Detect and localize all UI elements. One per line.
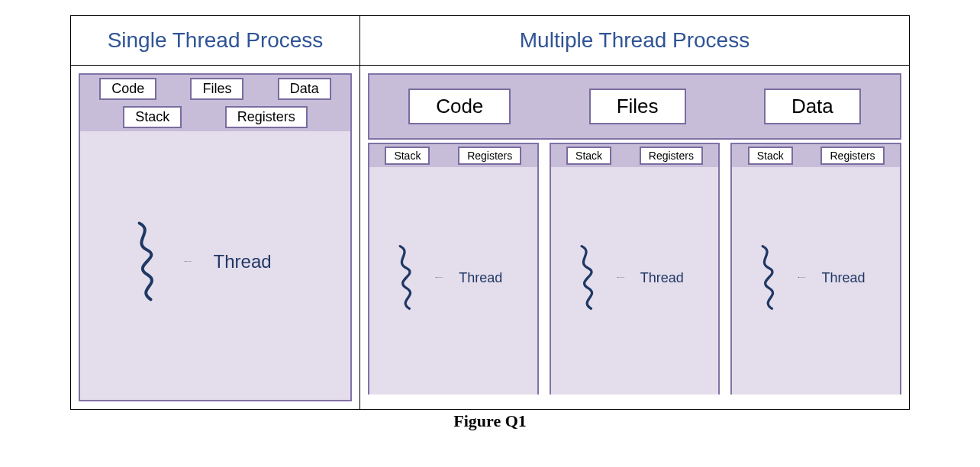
chip-files-multi: Files (589, 89, 686, 124)
figure-caption: Figure Q1 (70, 411, 910, 431)
mt2-label: Thread (640, 269, 684, 285)
single-thread-block: Thread (131, 220, 272, 304)
mt2-band: Stack Registers (551, 144, 719, 167)
mt1-registers: Registers (458, 147, 521, 165)
svg-marker-3 (435, 277, 437, 279)
mt3-area: Thread (732, 167, 900, 395)
chip-code-multi: Code (408, 89, 511, 124)
single-thread-label: Thread (214, 251, 272, 272)
arrow-left-icon (425, 277, 453, 279)
arrow-left-icon (788, 277, 815, 279)
mt1-stack: Stack (385, 147, 430, 165)
mt3-block: Thread (756, 243, 865, 312)
thread-squiggle-icon (575, 243, 601, 312)
svg-marker-1 (185, 261, 186, 262)
multi-thread-col-3: Stack Registers Thread (730, 143, 901, 395)
mt2-area: Thread (551, 167, 719, 395)
single-shared-band-1: Code Files Data (80, 75, 350, 103)
chip-data: Data (278, 78, 331, 100)
multi-thread-col-1: Stack Registers Thread (368, 143, 539, 395)
mt2-registers: Registers (640, 147, 703, 165)
body-row: Code Files Data Stack Registers (70, 66, 910, 410)
multi-shared-band: Code Files Data (368, 73, 901, 140)
svg-marker-7 (798, 277, 799, 279)
arrow-left-icon (607, 277, 634, 279)
arrow-left-icon (169, 261, 208, 262)
chip-registers: Registers (225, 106, 308, 128)
mt3-stack: Stack (748, 147, 793, 165)
single-process-card: Code Files Data Stack Registers (79, 73, 352, 401)
thread-squiggle-icon (393, 243, 419, 312)
multi-thread-col-2: Stack Registers Thread (550, 143, 720, 395)
svg-marker-5 (617, 277, 618, 279)
mt3-registers: Registers (820, 147, 884, 165)
mt1-area: Thread (369, 167, 537, 395)
chip-files: Files (190, 78, 243, 100)
chip-stack: Stack (123, 106, 182, 128)
mt1-label: Thread (459, 269, 502, 285)
multi-thread-body: Code Files Data Stack Registers (360, 66, 910, 410)
chip-data-multi: Data (764, 89, 861, 124)
single-thread-body: Code Files Data Stack Registers (70, 66, 360, 410)
mt1-block: Thread (393, 243, 502, 312)
thread-squiggle-icon (131, 220, 163, 304)
mt2-block: Thread (575, 243, 684, 312)
single-shared-band-2: Stack Registers (80, 103, 350, 131)
header-row: Single Thread Process Multiple Thread Pr… (70, 15, 910, 66)
mt3-label: Thread (821, 269, 865, 285)
thread-squiggle-icon (756, 243, 782, 312)
mt2-stack: Stack (566, 147, 611, 165)
multi-thread-columns: Stack Registers Thread (368, 143, 901, 409)
chip-code: Code (99, 78, 156, 100)
header-multi: Multiple Thread Process (360, 15, 910, 66)
header-single: Single Thread Process (70, 15, 360, 66)
single-thread-area: Thread (80, 131, 350, 400)
mt3-band: Stack Registers (732, 144, 900, 167)
thread-process-diagram: Single Thread Process Multiple Thread Pr… (70, 15, 910, 431)
mt1-band: Stack Registers (369, 144, 537, 167)
